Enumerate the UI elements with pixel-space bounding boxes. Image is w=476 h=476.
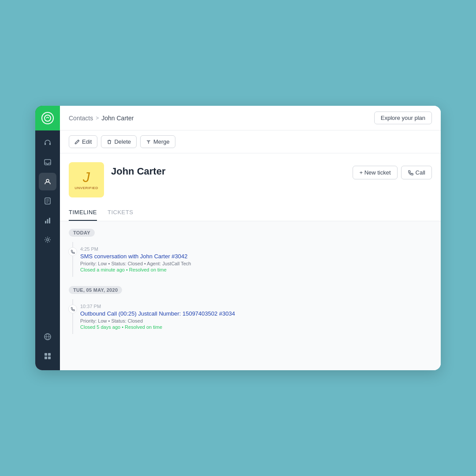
tabs: TIMELINE TICKETS bbox=[60, 205, 441, 221]
timeline-item: 10:37 PM Outbound Call (00:25) Justcall … bbox=[72, 299, 432, 334]
delete-button[interactable]: Delete bbox=[101, 135, 137, 148]
avatar-label: UNVERIFIED bbox=[74, 186, 98, 190]
merge-button[interactable]: Merge bbox=[140, 135, 175, 148]
avatar-letter: J bbox=[83, 170, 90, 184]
breadcrumb-contacts[interactable]: Contacts bbox=[69, 115, 93, 122]
sidebar-logo bbox=[35, 106, 60, 130]
timeline-status: Closed a minute ago • Resolved on time bbox=[80, 267, 432, 272]
timeline-meta-2: Priority: Low • Status: Closed bbox=[80, 318, 432, 324]
breadcrumb-separator: > bbox=[96, 115, 99, 121]
chart-icon bbox=[43, 216, 52, 225]
timeline-group-tue: 10:37 PM Outbound Call (00:25) Justcall … bbox=[69, 299, 432, 334]
timeline-status-2: Closed 5 days ago • Resolved on time bbox=[80, 324, 432, 330]
svg-point-9 bbox=[47, 239, 49, 241]
call-button[interactable]: Call bbox=[401, 166, 432, 179]
globe-icon bbox=[43, 332, 52, 341]
phone-timeline-icon-2 bbox=[68, 305, 77, 313]
action-bar: Edit Delete Merge bbox=[60, 130, 441, 153]
contacts-icon bbox=[43, 177, 52, 186]
timeline-group-today: 4:25 PM SMS conversation with John Carte… bbox=[69, 242, 432, 277]
grid-icon bbox=[43, 352, 52, 361]
svg-point-0 bbox=[45, 115, 51, 121]
svg-point-4 bbox=[46, 179, 49, 182]
new-ticket-button[interactable]: + New ticket bbox=[353, 166, 397, 179]
breadcrumb: Contacts > John Carter bbox=[69, 115, 134, 122]
sidebar-item-contacts[interactable] bbox=[39, 173, 56, 190]
tab-tickets[interactable]: TICKETS bbox=[108, 205, 133, 221]
contact-info: John Carter bbox=[111, 162, 346, 177]
merge-icon bbox=[146, 139, 151, 145]
timeline-item-content-2: 10:37 PM Outbound Call (00:25) Justcall … bbox=[80, 304, 432, 330]
date-badge-today: TODAY bbox=[69, 229, 95, 237]
date-badge-tue: TUE, 05 MAY, 2020 bbox=[69, 286, 122, 294]
sidebar-item-headset[interactable] bbox=[39, 134, 56, 152]
explore-plan-button[interactable]: Explore your plan bbox=[374, 112, 432, 124]
breadcrumb-current: John Carter bbox=[101, 115, 134, 122]
inbox-icon bbox=[43, 158, 52, 167]
gear-icon bbox=[43, 235, 52, 244]
sidebar-item-grid[interactable] bbox=[39, 347, 56, 365]
timeline-title[interactable]: SMS conversation with John Carter #3042 bbox=[80, 253, 432, 260]
sidebar-item-settings[interactable] bbox=[39, 231, 56, 249]
svg-rect-2 bbox=[49, 143, 51, 145]
sidebar-item-inbox[interactable] bbox=[39, 153, 56, 171]
svg-rect-13 bbox=[45, 357, 47, 359]
timeline-container: TODAY 4:25 PM SMS conversation with John… bbox=[60, 221, 441, 370]
svg-rect-14 bbox=[48, 357, 51, 359]
main-content: Contacts > John Carter Explore your plan… bbox=[60, 106, 441, 370]
tab-timeline[interactable]: TIMELINE bbox=[69, 205, 97, 221]
sidebar-item-book[interactable] bbox=[39, 192, 56, 210]
edit-icon bbox=[74, 139, 80, 145]
svg-rect-8 bbox=[49, 218, 50, 223]
timeline-time-2: 10:37 PM bbox=[80, 304, 432, 309]
trash-icon bbox=[107, 139, 112, 145]
svg-rect-11 bbox=[45, 353, 47, 356]
avatar: J UNVERIFIED bbox=[69, 162, 104, 197]
sidebar-item-globe[interactable] bbox=[39, 328, 56, 346]
timeline-item-content: 4:25 PM SMS conversation with John Carte… bbox=[80, 246, 432, 272]
contact-section: J UNVERIFIED John Carter + New ticket Ca… bbox=[60, 153, 441, 197]
timeline-title-2[interactable]: Outbound Call (00:25) Justcall Number: 1… bbox=[80, 310, 432, 317]
app-window: Contacts > John Carter Explore your plan… bbox=[35, 106, 441, 370]
sidebar-bottom bbox=[39, 324, 56, 370]
svg-rect-1 bbox=[45, 143, 46, 145]
contact-actions: + New ticket Call bbox=[353, 162, 432, 179]
svg-rect-6 bbox=[45, 221, 46, 223]
contact-name: John Carter bbox=[111, 166, 165, 177]
sidebar bbox=[35, 106, 60, 370]
outer-wrapper: Contacts > John Carter Explore your plan… bbox=[0, 0, 476, 476]
phone-icon bbox=[408, 170, 413, 175]
timeline-item: 4:25 PM SMS conversation with John Carte… bbox=[72, 242, 432, 277]
topbar: Contacts > John Carter Explore your plan bbox=[60, 106, 441, 130]
timeline-time: 4:25 PM bbox=[80, 246, 432, 252]
book-icon bbox=[43, 197, 52, 205]
edit-button[interactable]: Edit bbox=[69, 135, 97, 148]
headset-icon bbox=[43, 138, 52, 147]
sidebar-item-chart[interactable] bbox=[39, 212, 56, 229]
timeline-meta: Priority: Low • Status: Closed • Agent: … bbox=[80, 261, 432, 266]
svg-rect-7 bbox=[47, 219, 48, 223]
phone-timeline-icon bbox=[68, 247, 77, 256]
svg-rect-12 bbox=[48, 353, 51, 356]
logo-icon bbox=[41, 112, 54, 124]
sidebar-nav bbox=[39, 130, 56, 324]
